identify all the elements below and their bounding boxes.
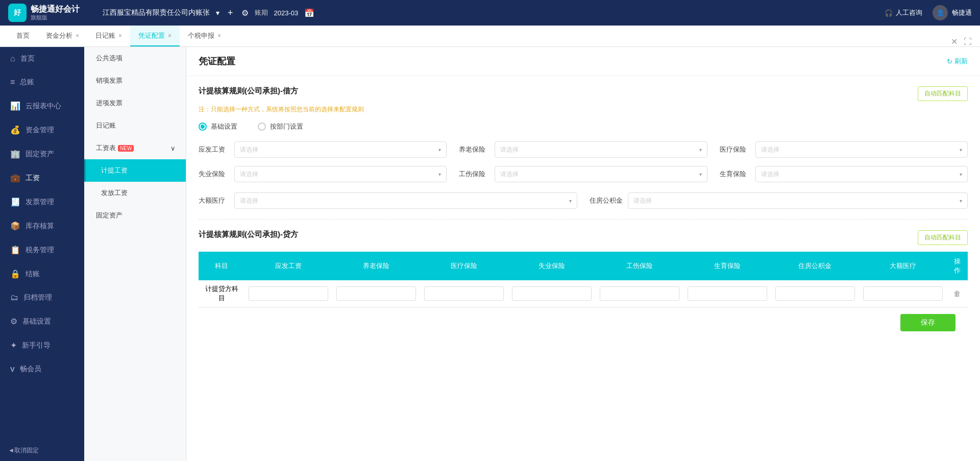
calendar-icon-button[interactable]: 📅 [304,8,314,18]
payroll-header: 工资表NEW ∨ [96,143,176,153]
content-body: 计提核算规则(公司承担)-借方 自动匹配科目 注：只能选择一种方式，系统将按照您… [186,76,980,348]
page-title: 凭证配置 [199,55,235,67]
sidebar-label-settings: 基础设置 [22,317,51,326]
select-zhufanggongjijin[interactable]: 请选择 ▾ [628,192,968,209]
refresh-button[interactable]: ↻ 刷新 [947,57,968,66]
save-button[interactable]: 保存 [900,314,955,331]
tab-actions: ✕ ⛶ [951,37,972,46]
sidebar-item-home[interactable]: ⌂ 首页 [0,47,84,70]
tab-bar: 首页 资金分析 × 日记账 × 凭证配置 × 个税申报 × ✕ ⛶ [0,26,980,47]
sidebar-item-funds[interactable]: 💰 资金管理 [0,118,84,142]
refresh-label: 刷新 [954,57,968,66]
select-gongshang[interactable]: 请选择 ▾ [495,166,707,182]
th-shiye: 失业保险 [508,252,596,280]
sidebar-label-vip: 畅会员 [20,365,41,374]
auto-match-button-2[interactable]: 自动匹配科目 [918,230,968,245]
settings-icon-button[interactable]: ⚙ [241,8,249,18]
th-daejiliao: 大额医疗 [859,252,947,280]
sidebar-item-ledger[interactable]: ≡ 总账 [0,70,84,94]
tab-finance[interactable]: 资金分析 × [38,26,87,46]
company-dropdown-button[interactable]: ▾ [216,9,219,17]
radio-basic[interactable]: 基础设置 [199,122,237,131]
sidebar-item-reports[interactable]: 📊 云报表中心 [0,94,84,118]
sidebar-item-invoice[interactable]: 🧾 发票管理 [0,190,84,214]
sidebar-item-close[interactable]: 🔒 结账 [0,262,84,286]
sidebar-label-tax: 税务管理 [26,246,54,255]
tab-voucher[interactable]: 凭证配置 × [130,26,180,46]
auto-match-button-1[interactable]: 自动匹配科目 [918,86,968,101]
th-zhufang: 住房公积金 [771,252,859,280]
left-menu-distribute[interactable]: 发放工资 [84,182,186,204]
radio-basic-label: 基础设置 [211,122,237,131]
left-menu-payroll[interactable]: 工资表NEW ∨ [84,137,186,159]
company-name: 江西服宝精品有限责任公司内账张 [103,8,210,17]
label-shiye: 失业保险 [199,169,229,179]
input-yingfa[interactable] [249,286,328,301]
sidebar-item-salary[interactable]: 💼 工资 [0,166,84,190]
app-version: 旗舰版 [31,14,80,21]
tab-home[interactable]: 首页 [8,26,38,46]
select-yingfa[interactable]: 请选择 ▾ [234,141,447,158]
chevron-down-icon-2: ▾ [699,147,702,153]
input-shengyu[interactable] [688,286,767,301]
sidebar-item-archive[interactable]: 🗂 归档管理 [0,286,84,309]
left-menu-sales[interactable]: 销项发票 [84,69,186,92]
sidebar-item-tax[interactable]: 📋 税务管理 [0,238,84,262]
left-menu-purchase[interactable]: 进项发票 [84,92,186,114]
close-tab-button[interactable]: ✕ [951,37,958,46]
field-gongshang: 工伤保险 请选择 ▾ [459,166,707,182]
sidebar-item-inventory[interactable]: 📦 库存核算 [0,214,84,238]
input-shiye[interactable] [512,286,592,301]
th-yiliao: 医疗保险 [420,252,508,280]
add-button[interactable]: + [228,8,233,18]
select-daejiliao[interactable]: 请选择 ▾ [234,192,577,209]
cell-action: 🗑 [947,280,968,307]
cell-zhufang [771,280,859,307]
tab-journal-label: 日记账 [95,31,115,40]
tab-journal-close[interactable]: × [118,32,122,39]
select-yanglao[interactable]: 请选择 ▾ [495,141,707,158]
tab-tax[interactable]: 个税申报 × [180,26,229,46]
cancel-fixed-button[interactable]: ◄取消固定 [0,440,84,461]
left-menu-fixed-assets[interactable]: 固定资产 [84,204,186,227]
sidebar-item-assets[interactable]: 🏢 固定资产 [0,142,84,166]
left-menu-journal[interactable]: 日记账 [84,114,186,137]
select-yiliao-placeholder: 请选择 [761,145,779,154]
sidebar-item-guide[interactable]: ✦ 新手引导 [0,333,84,357]
sidebar-item-vip[interactable]: V 畅会员 [0,357,84,381]
save-bar: 保存 [199,307,968,337]
tab-journal[interactable]: 日记账 × [87,26,130,46]
chevron-down-icon-4: ▾ [438,172,441,177]
user-area[interactable]: 👤 畅捷通 [933,5,972,20]
input-gongshang[interactable] [600,286,679,301]
sidebar-item-settings[interactable]: ⚙ 基础设置 [0,309,84,333]
left-menu-public[interactable]: 公共选项 [84,47,186,69]
chevron-down-icon: ▾ [438,147,441,153]
select-yanglao-placeholder: 请选择 [500,145,519,154]
section1-note: 注：只能选择一种方式，系统将按照您当前的选择来配置规则 [199,105,968,114]
tab-tax-close[interactable]: × [217,32,221,39]
logo-area: 好 畅捷通好会计 旗舰版 [8,4,92,22]
input-yanglao[interactable] [336,286,416,301]
input-yiliao[interactable] [424,286,504,301]
select-shengyu[interactable]: 请选择 ▾ [755,166,968,182]
consult-button[interactable]: 🎧 人工咨询 [885,8,922,17]
tab-finance-close[interactable]: × [76,32,79,39]
expand-tab-button[interactable]: ⛶ [964,37,972,46]
avatar: 👤 [933,5,948,20]
field-daejiliao: 大额医疗 请选择 ▾ [199,192,577,209]
section-divider [199,219,968,220]
input-zhufang[interactable] [775,286,855,301]
left-menu-raise[interactable]: 计提工资 [84,159,186,182]
home-icon: ⌂ [10,54,15,63]
sidebar: ⌂ 首页 ≡ 总账 📊 云报表中心 💰 资金管理 🏢 固定资产 💼 工资 🧾 发… [0,47,84,461]
left-panel: 公共选项 销项发票 进项发票 日记账 工资表NEW ∨ 计提工资 发放工资 固定… [84,47,186,461]
radio-dept[interactable]: 按部门设置 [258,122,303,131]
consult-label: 人工咨询 [896,8,922,17]
select-yiliao[interactable]: 请选择 ▾ [755,141,968,158]
tab-voucher-close[interactable]: × [168,32,172,39]
select-shiye[interactable]: 请选择 ▾ [234,166,447,182]
chevron-down-icon-7: ▾ [569,198,572,204]
delete-row-button[interactable]: 🗑 [953,289,961,298]
input-daejiliao[interactable] [863,286,943,301]
